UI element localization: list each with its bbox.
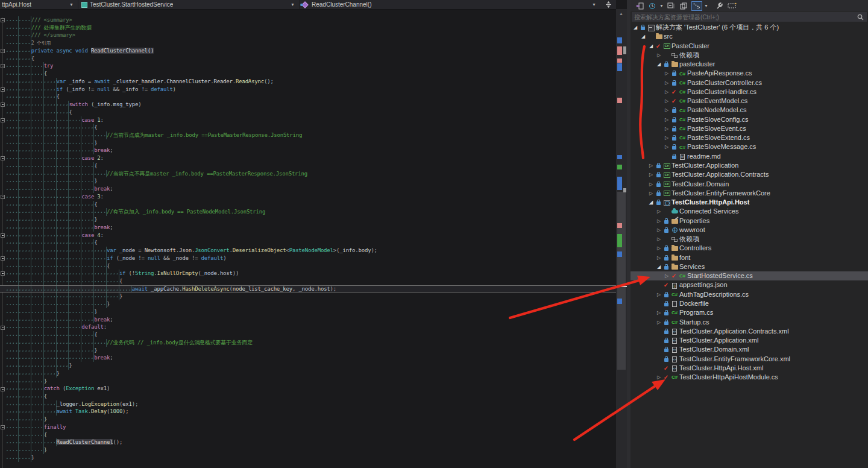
- code-line[interactable]: _logger.LogException(ex1);: [0, 400, 616, 408]
- expander-closed-icon[interactable]: ▷: [655, 235, 662, 244]
- expander-closed-icon[interactable]: ▷: [663, 87, 670, 96]
- expander-closed-icon[interactable]: ▷: [655, 217, 662, 226]
- tree-item-testcluster-entityframeworkcore-xml[interactable]: <>TestCluster.EntityFrameworkCore.xml: [631, 355, 868, 364]
- code-line[interactable]: {: [0, 162, 616, 170]
- expander-closed-icon[interactable]: ▷: [655, 308, 662, 317]
- code-line[interactable]: case 4:: [0, 232, 616, 239]
- properties-button[interactable]: [714, 1, 725, 11]
- tree-item--testcluster-6-6-[interactable]: ◢解决方案 'TestCluster' (6 个项目，共 6 个): [631, 23, 868, 32]
- tree-item-controllers[interactable]: ▷Controllers: [631, 244, 868, 253]
- tree-item-testclusterhttpapihostmodule-cs[interactable]: ▷✓C#TestClusterHttpApiHostModule.cs: [631, 373, 868, 382]
- code-line[interactable]: /// <summary>: [0, 16, 616, 24]
- code-line[interactable]: break;: [0, 147, 616, 154]
- code-line[interactable]: break;: [0, 316, 616, 324]
- code-line[interactable]: //有节点加入 _info.body == PasteNodeModel.Jso…: [0, 208, 616, 216]
- code-line[interactable]: break;: [0, 354, 616, 362]
- chevron-down-icon[interactable]: ▼: [659, 4, 664, 8]
- fold-collapse-box[interactable]: [1, 256, 5, 261]
- tree-item-pastenodemodel-cs[interactable]: ▷C#PasteNodeModel.cs: [631, 106, 868, 115]
- code-line[interactable]: }: [0, 446, 616, 454]
- tree-item-pasteeventmodel-cs[interactable]: ▷✓C#PasteEventModel.cs: [631, 96, 868, 106]
- code-line[interactable]: }: [0, 347, 616, 355]
- tree-item-pastesloveextend-cs[interactable]: ▷C#PasteSloveExtend.cs: [631, 133, 868, 142]
- expander-closed-icon[interactable]: ▷: [655, 253, 662, 262]
- show-all-files-button[interactable]: [727, 1, 738, 11]
- code-line[interactable]: //当前节点成为master _info.body ==PasteMasterR…: [0, 131, 616, 139]
- code-line[interactable]: private async void ReadClusterChannel(): [0, 47, 616, 55]
- code-line[interactable]: catch (Exception ex1): [0, 385, 616, 393]
- tree-item-testcluster-application[interactable]: ▷C#TestCluster.Application: [631, 161, 868, 170]
- split-editor-button[interactable]: [600, 1, 616, 8]
- expander-closed-icon[interactable]: ▷: [663, 106, 670, 115]
- code-line[interactable]: }: [0, 139, 616, 147]
- code-line[interactable]: {: [0, 93, 616, 101]
- expander-open-icon[interactable]: ◢: [647, 42, 655, 51]
- expander-closed-icon[interactable]: ▷: [655, 226, 662, 235]
- tree-item-pastecluster[interactable]: ◢✓C#PasteCluster: [631, 42, 868, 51]
- code-line[interactable]: if (_node != null && _node != default): [0, 255, 616, 262]
- expander-closed-icon[interactable]: ▷: [655, 318, 662, 327]
- tree-item-pasteapiresponse-cs[interactable]: ▷C#PasteApiResponse.cs: [631, 69, 868, 78]
- tree-item-pastesloveevent-cs[interactable]: ▷C#PasteSloveEvent.cs: [631, 124, 868, 133]
- expander-closed-icon[interactable]: ▷: [647, 189, 655, 198]
- tree-item-pasteclusterhandler-cs[interactable]: ▷✓C#PasteClusterHandler.cs: [631, 87, 868, 96]
- tree-item-starthostedservice-cs[interactable]: ▷✓C#StartHostedService.cs: [631, 271, 868, 280]
- code-line[interactable]: /// 处理集群产生的数据: [0, 24, 616, 32]
- code-line[interactable]: break;: [0, 224, 616, 232]
- expander-closed-icon[interactable]: ▷: [655, 207, 662, 216]
- tree-item-pasteclustercontroller-cs[interactable]: ▷C#PasteClusterController.cs: [631, 78, 868, 87]
- code-editor-pane[interactable]: ttpApi.Host ▼ TestCluster.StartHostedSer…: [0, 0, 616, 468]
- code-line[interactable]: await Task.Delay(1000);: [0, 408, 616, 416]
- code-line[interactable]: {: [0, 393, 616, 400]
- tree-item-pastecluster[interactable]: ◢pastecluster: [631, 60, 868, 69]
- tree-item-dockerfile[interactable]: Dockerfile: [631, 299, 868, 308]
- fold-collapse-box[interactable]: [1, 387, 5, 391]
- tree-item-services[interactable]: ◢Services: [631, 262, 868, 271]
- code-line[interactable]: {: [0, 277, 616, 285]
- tree-item-authtagdescriptions-cs[interactable]: ▷C#AuthTagDescriptions.cs: [631, 290, 868, 299]
- expander-open-icon[interactable]: ◢: [655, 60, 662, 69]
- tree-item-src[interactable]: ◢src: [631, 32, 868, 41]
- code-line[interactable]: {: [0, 124, 616, 131]
- tree-item-testcluster-domain-xml[interactable]: <>TestCluster.Domain.xml: [631, 345, 868, 354]
- expander-closed-icon[interactable]: ▷: [663, 133, 670, 142]
- code-line[interactable]: case 1:: [0, 116, 616, 124]
- fold-collapse-box[interactable]: [1, 326, 5, 330]
- tree-item--[interactable]: ▷依赖项: [631, 51, 868, 60]
- tree-item-font[interactable]: ▷font: [631, 253, 868, 262]
- tree-item-program-cs[interactable]: ▷C#Program.cs: [631, 308, 868, 317]
- code-line[interactable]: var _node = Newtonsoft.Json.JsonConvert.…: [0, 247, 616, 255]
- fold-collapse-box[interactable]: [1, 195, 5, 199]
- type-dropdown[interactable]: TestCluster.StartHostedService ▼: [78, 0, 300, 9]
- fold-collapse-box[interactable]: [1, 271, 5, 276]
- scrollbar-up-arrow-icon[interactable]: ▲: [619, 11, 623, 16]
- expander-open-icon[interactable]: ◢: [640, 32, 647, 41]
- code-line[interactable]: //业务代码 // _info.body是什么消息格式要基于业务而定: [0, 339, 616, 347]
- preview-selected-items-toggle[interactable]: [691, 1, 702, 11]
- code-line[interactable]: {: [0, 431, 616, 439]
- code-area[interactable]: /// <summary>/// 处理集群产生的数据/// </summary>…: [0, 9, 616, 468]
- fold-collapse-box[interactable]: [1, 87, 5, 92]
- code-line[interactable]: }: [0, 292, 616, 300]
- tree-item-testcluster-httpapi-host-xml[interactable]: ✓<>TestCluster.HttpApi.Host.xml: [631, 364, 868, 373]
- tree-item-properties[interactable]: ▷Properties: [631, 217, 868, 226]
- fold-collapse-box[interactable]: [1, 156, 5, 160]
- tree-item-testcluster-entityframeworkcore[interactable]: ▷C#TestCluster.EntityFrameworkCore: [631, 189, 868, 198]
- code-line[interactable]: default:: [0, 323, 616, 331]
- expander-closed-icon[interactable]: ▷: [663, 96, 670, 106]
- expander-closed-icon[interactable]: ▷: [655, 290, 662, 299]
- tree-item-wwwroot[interactable]: ▷wwwroot: [631, 226, 868, 235]
- code-line[interactable]: switch (_info.msg_type): [0, 101, 616, 109]
- code-line[interactable]: {: [0, 331, 616, 339]
- tree-item-testcluster-application-contracts[interactable]: ▷C#TestCluster.Application.Contracts: [631, 170, 868, 179]
- member-dropdown[interactable]: ReadClusterChannel() ▼: [300, 0, 600, 9]
- properties-pages-button[interactable]: [679, 1, 690, 11]
- pending-changes-filter-button[interactable]: [647, 1, 658, 11]
- code-line[interactable]: }: [0, 308, 616, 316]
- collapse-all-button[interactable]: [666, 1, 677, 11]
- fold-collapse-box[interactable]: [1, 49, 5, 53]
- fold-collapse-box[interactable]: [1, 64, 5, 68]
- code-line[interactable]: }: [0, 216, 616, 224]
- code-line[interactable]: }: [0, 300, 616, 308]
- code-line[interactable]: if (!String.IsNullOrEmpty(_node.host)): [0, 270, 616, 277]
